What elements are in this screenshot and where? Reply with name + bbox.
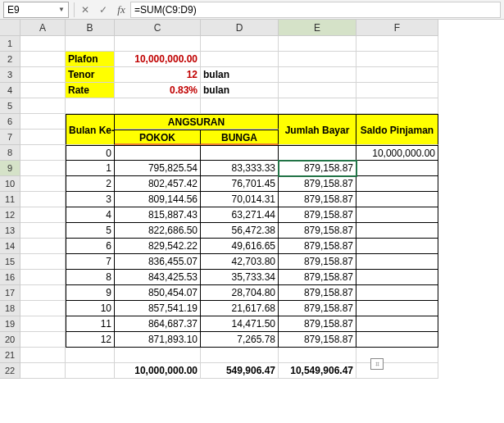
cell-val-rate[interactable]: 0.83%: [115, 83, 201, 98]
cell[interactable]: [201, 145, 279, 161]
row-header[interactable]: 18: [0, 301, 20, 316]
cell[interactable]: 5: [66, 223, 115, 239]
cell[interactable]: [115, 98, 201, 114]
cell[interactable]: 836,455.07: [115, 254, 201, 270]
cell[interactable]: [66, 363, 115, 379]
cell[interactable]: 56,472.38: [201, 223, 279, 239]
cell[interactable]: 864,687.37: [115, 316, 201, 332]
row-header[interactable]: 1: [0, 36, 20, 52]
cell[interactable]: 857,541.19: [115, 301, 201, 316]
cell[interactable]: [20, 83, 66, 98]
cell[interactable]: 7: [66, 254, 115, 270]
fx-icon[interactable]: fx: [112, 2, 130, 18]
cell[interactable]: [115, 145, 201, 161]
cell[interactable]: [20, 36, 66, 52]
cell[interactable]: 802,457.42: [115, 176, 201, 192]
cell[interactable]: [201, 52, 279, 67]
cell[interactable]: 70,014.31: [201, 192, 279, 207]
cell[interactable]: [356, 332, 438, 348]
hdr-saldo[interactable]: Saldo Pinjaman: [356, 114, 438, 145]
cell[interactable]: 879,158.87: [279, 207, 356, 223]
col-header-A[interactable]: A: [20, 20, 66, 36]
cell[interactable]: [20, 301, 66, 316]
cell[interactable]: [279, 36, 356, 52]
cell-label-tenor[interactable]: Tenor: [66, 67, 115, 83]
row-header[interactable]: 21: [0, 348, 20, 363]
cell[interactable]: [356, 239, 438, 254]
col-header-F[interactable]: F: [356, 20, 438, 36]
cell[interactable]: [356, 285, 438, 301]
cell[interactable]: 14,471.50: [201, 316, 279, 332]
cell[interactable]: [20, 130, 66, 145]
row-header[interactable]: 6: [0, 114, 20, 130]
total-bunga[interactable]: 549,906.47: [201, 363, 279, 379]
cell[interactable]: [356, 270, 438, 285]
cell[interactable]: 63,271.44: [201, 207, 279, 223]
cell[interactable]: 1: [66, 161, 115, 176]
cell[interactable]: [201, 98, 279, 114]
cell[interactable]: [356, 98, 438, 114]
cell[interactable]: 879,158.87: [279, 254, 356, 270]
cell[interactable]: [356, 363, 438, 379]
formula-input[interactable]: =SUM(C9:D9): [130, 2, 501, 18]
col-header-D[interactable]: D: [201, 20, 279, 36]
hdr-jumlah[interactable]: Jumlah Bayar: [279, 114, 356, 145]
row-header[interactable]: 19: [0, 316, 20, 332]
row-header[interactable]: 5: [0, 98, 20, 114]
cell[interactable]: [356, 83, 438, 98]
cell[interactable]: [66, 98, 115, 114]
col-header-B[interactable]: B: [66, 20, 115, 36]
row-header[interactable]: 14: [0, 239, 20, 254]
cancel-icon[interactable]: ✕: [76, 2, 94, 18]
cell[interactable]: [356, 161, 438, 176]
cell[interactable]: [356, 67, 438, 83]
cell[interactable]: [20, 348, 66, 363]
cell[interactable]: [115, 348, 201, 363]
cell[interactable]: [20, 176, 66, 192]
row-header[interactable]: 20: [0, 332, 20, 348]
cell-saldo-awal[interactable]: 10,000,000.00: [356, 145, 438, 161]
row-header[interactable]: 3: [0, 67, 20, 83]
smart-tag-icon[interactable]: ⌗: [370, 358, 384, 370]
row-header[interactable]: 16: [0, 270, 20, 285]
row-header[interactable]: 8: [0, 145, 20, 161]
total-jumlah[interactable]: 10,549,906.47: [279, 363, 356, 379]
cell[interactable]: 815,887.43: [115, 207, 201, 223]
cell[interactable]: [66, 36, 115, 52]
cell[interactable]: [279, 98, 356, 114]
cell[interactable]: [66, 348, 115, 363]
row-header[interactable]: 13: [0, 223, 20, 239]
active-cell[interactable]: 879,158.87: [279, 161, 356, 176]
cell[interactable]: 3: [66, 192, 115, 207]
chevron-down-icon[interactable]: ▼: [58, 6, 65, 13]
cell-unit-rate[interactable]: bulan: [201, 83, 279, 98]
cell[interactable]: [20, 52, 66, 67]
row-header[interactable]: 17: [0, 285, 20, 301]
cell[interactable]: 850,454.07: [115, 285, 201, 301]
cell-label-plafon[interactable]: Plafon: [66, 52, 115, 67]
select-all-corner[interactable]: [0, 20, 20, 36]
cell[interactable]: [20, 363, 66, 379]
row-header[interactable]: 15: [0, 254, 20, 270]
cell[interactable]: [356, 207, 438, 223]
cell[interactable]: 49,616.65: [201, 239, 279, 254]
cell[interactable]: 879,158.87: [279, 301, 356, 316]
cell[interactable]: [279, 52, 356, 67]
cell[interactable]: 795,825.54: [115, 161, 201, 176]
cell[interactable]: 9: [66, 285, 115, 301]
cell[interactable]: 843,425.53: [115, 270, 201, 285]
cell[interactable]: 83,333.33: [201, 161, 279, 176]
name-box[interactable]: E9 ▼: [3, 2, 69, 18]
cell[interactable]: 871,893.10: [115, 332, 201, 348]
cell[interactable]: 879,158.87: [279, 176, 356, 192]
col-header-C[interactable]: C: [115, 20, 201, 36]
row-header[interactable]: 10: [0, 176, 20, 192]
cell[interactable]: 7,265.78: [201, 332, 279, 348]
cell[interactable]: 4: [66, 207, 115, 223]
cell[interactable]: [356, 52, 438, 67]
cell[interactable]: 21,617.68: [201, 301, 279, 316]
cell[interactable]: [20, 316, 66, 332]
hdr-bulan-ke[interactable]: Bulan Ke-: [66, 114, 115, 145]
cell[interactable]: 879,158.87: [279, 285, 356, 301]
cell[interactable]: 879,158.87: [279, 270, 356, 285]
